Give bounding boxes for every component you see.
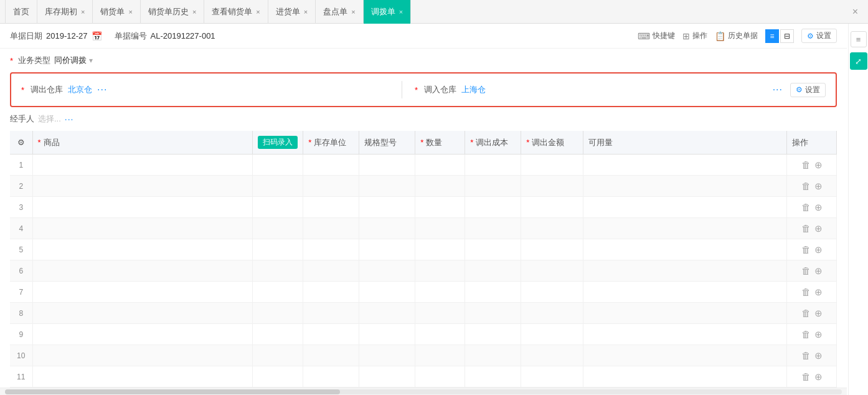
tab-sales-history[interactable]: 销货单历史 × bbox=[141, 0, 204, 24]
copy-icon[interactable]: ⊕ bbox=[814, 223, 823, 234]
settings-button[interactable]: ⚙ 设置 bbox=[801, 29, 837, 43]
row-qty[interactable] bbox=[415, 176, 465, 197]
shortcut-action[interactable]: ⌨ 快捷键 bbox=[638, 31, 675, 41]
row-amount[interactable] bbox=[521, 218, 583, 239]
tab-view-sales[interactable]: 查看销货单 × bbox=[204, 0, 268, 24]
row-qty[interactable] bbox=[415, 345, 465, 366]
transfer-in-more-btn[interactable]: ··· bbox=[773, 84, 783, 95]
row-spec[interactable] bbox=[359, 197, 415, 218]
row-cost[interactable] bbox=[465, 239, 521, 260]
row-qty[interactable] bbox=[415, 366, 465, 388]
row-product[interactable] bbox=[32, 366, 253, 388]
right-panel-expand-btn[interactable]: ⤢ bbox=[850, 52, 867, 70]
business-type-select[interactable]: 同价调拨 ▾ bbox=[54, 55, 129, 66]
row-product[interactable] bbox=[32, 176, 253, 197]
row-cost[interactable] bbox=[465, 155, 521, 176]
copy-icon[interactable]: ⊕ bbox=[814, 244, 823, 255]
delete-icon[interactable]: 🗑 bbox=[801, 202, 811, 212]
row-product[interactable] bbox=[32, 303, 253, 324]
global-close-button[interactable]: × bbox=[847, 6, 863, 17]
row-product[interactable] bbox=[32, 260, 253, 282]
row-cost[interactable] bbox=[465, 197, 521, 218]
row-amount[interactable] bbox=[521, 345, 583, 366]
warehouse-settings-button[interactable]: ⚙ 设置 bbox=[790, 83, 826, 97]
tab-inventory-check[interactable]: 盘点单 × bbox=[316, 0, 363, 24]
row-unit[interactable] bbox=[303, 176, 359, 197]
transfer-out-value[interactable]: 北京仓 bbox=[68, 84, 92, 95]
history-action[interactable]: 📋 历史单据 bbox=[715, 31, 758, 41]
delete-icon[interactable]: 🗑 bbox=[801, 329, 811, 340]
tab-inventory-check-close[interactable]: × bbox=[351, 8, 355, 16]
row-amount[interactable] bbox=[521, 239, 583, 260]
tab-purchase-order-close[interactable]: × bbox=[304, 8, 308, 16]
row-cost[interactable] bbox=[465, 303, 521, 324]
row-qty[interactable] bbox=[415, 155, 465, 176]
handler-select[interactable]: 选择... bbox=[38, 113, 61, 125]
row-spec[interactable] bbox=[359, 218, 415, 239]
row-spec[interactable] bbox=[359, 176, 415, 197]
row-spec[interactable] bbox=[359, 324, 415, 345]
row-spec[interactable] bbox=[359, 282, 415, 303]
tab-transfer-order-close[interactable]: × bbox=[399, 8, 403, 16]
delete-icon[interactable]: 🗑 bbox=[801, 371, 811, 382]
row-product[interactable] bbox=[32, 282, 253, 303]
copy-icon[interactable]: ⊕ bbox=[814, 287, 823, 298]
scan-button[interactable]: 扫码录入 bbox=[258, 136, 298, 149]
row-spec[interactable] bbox=[359, 345, 415, 366]
row-amount[interactable] bbox=[521, 366, 583, 388]
row-unit[interactable] bbox=[303, 366, 359, 388]
row-amount[interactable] bbox=[521, 176, 583, 197]
delete-icon[interactable]: 🗑 bbox=[801, 159, 811, 170]
delete-icon[interactable]: 🗑 bbox=[801, 265, 811, 276]
row-product[interactable] bbox=[32, 197, 253, 218]
row-cost[interactable] bbox=[465, 282, 521, 303]
row-cost[interactable] bbox=[465, 345, 521, 366]
row-qty[interactable] bbox=[415, 282, 465, 303]
row-unit[interactable] bbox=[303, 260, 359, 282]
row-spec[interactable] bbox=[359, 366, 415, 388]
copy-icon[interactable]: ⊕ bbox=[814, 265, 823, 277]
right-panel-list-btn[interactable]: ≡ bbox=[851, 31, 867, 47]
row-product[interactable] bbox=[32, 218, 253, 239]
row-unit[interactable] bbox=[303, 282, 359, 303]
row-qty[interactable] bbox=[415, 303, 465, 324]
delete-icon[interactable]: 🗑 bbox=[801, 308, 811, 318]
row-spec[interactable] bbox=[359, 303, 415, 324]
row-product[interactable] bbox=[32, 155, 253, 176]
delete-icon[interactable]: 🗑 bbox=[801, 350, 811, 361]
row-product[interactable] bbox=[32, 324, 253, 345]
row-amount[interactable] bbox=[521, 303, 583, 324]
business-type-dropdown-icon[interactable]: ▾ bbox=[89, 56, 93, 65]
row-qty[interactable] bbox=[415, 324, 465, 345]
row-product[interactable] bbox=[32, 345, 253, 366]
delete-icon[interactable]: 🗑 bbox=[801, 287, 811, 297]
copy-icon[interactable]: ⊕ bbox=[814, 329, 823, 340]
row-unit[interactable] bbox=[303, 345, 359, 366]
row-spec[interactable] bbox=[359, 155, 415, 176]
copy-icon[interactable]: ⊕ bbox=[814, 181, 823, 192]
copy-icon[interactable]: ⊕ bbox=[814, 159, 823, 171]
row-qty[interactable] bbox=[415, 197, 465, 218]
row-unit[interactable] bbox=[303, 218, 359, 239]
calendar-icon[interactable]: 📅 bbox=[92, 31, 102, 41]
delete-icon[interactable]: 🗑 bbox=[801, 181, 811, 191]
row-cost[interactable] bbox=[465, 260, 521, 282]
row-amount[interactable] bbox=[521, 282, 583, 303]
row-cost[interactable] bbox=[465, 366, 521, 388]
tab-sales-history-close[interactable]: × bbox=[192, 8, 196, 16]
row-qty[interactable] bbox=[415, 239, 465, 260]
date-value[interactable]: 2019-12-27 bbox=[46, 31, 88, 40]
scrollbar-track[interactable] bbox=[5, 389, 842, 394]
layout-grid-btn[interactable]: ⊟ bbox=[780, 29, 794, 43]
copy-icon[interactable]: ⊕ bbox=[814, 350, 823, 361]
row-cost[interactable] bbox=[465, 176, 521, 197]
row-qty[interactable] bbox=[415, 218, 465, 239]
row-amount[interactable] bbox=[521, 197, 583, 218]
tab-sales-order[interactable]: 销货单 × bbox=[93, 0, 140, 24]
row-amount[interactable] bbox=[521, 155, 583, 176]
scrollbar-thumb[interactable] bbox=[5, 389, 340, 394]
row-cost[interactable] bbox=[465, 218, 521, 239]
layout-list-btn[interactable]: ≡ bbox=[765, 29, 779, 43]
copy-icon[interactable]: ⊕ bbox=[814, 202, 823, 213]
handler-more-btn[interactable]: ··· bbox=[65, 114, 74, 124]
